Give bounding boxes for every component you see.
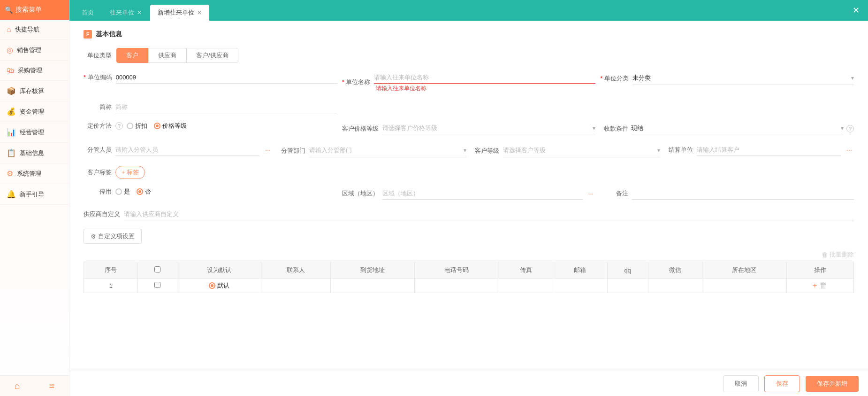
table-col-3: 联系人 — [261, 262, 330, 279]
tag-label: 客户标签 — [84, 168, 112, 177]
custom-setting-btn[interactable]: ⚙ 自定义项设置 — [84, 229, 142, 244]
field-disabled: 停用 是否 — [84, 187, 337, 196]
disabled-radio-1[interactable]: 否 — [137, 187, 151, 196]
settlement-input[interactable] — [697, 144, 841, 156]
pricing-radio-1[interactable]: 价格等级 — [154, 122, 187, 130]
pricing-help-icon[interactable]: ? — [115, 122, 123, 130]
row-checkbox-0[interactable] — [154, 282, 160, 288]
basic-icon: 📋 — [7, 148, 16, 157]
table-col-1 — [138, 262, 177, 279]
unit-category-select[interactable]: 未分类 ▾ — [632, 71, 854, 85]
disabled-radio-circle-1 — [137, 188, 143, 195]
field-settlement: 结算单位 ··· — [665, 144, 854, 156]
sidebar-home-icon[interactable]: ⌂ — [0, 376, 35, 396]
field-remark: 备注 — [600, 187, 854, 200]
payment-label: 收款条件 — [600, 124, 628, 133]
field-pricing: 定价方法 ? 折扣价格等级 — [84, 122, 337, 130]
sidebar-item-system[interactable]: ⚙系统管理 — [0, 163, 69, 184]
unit-name-label: 单位名称 — [342, 78, 371, 86]
manager-label: 分管人员 — [84, 146, 112, 154]
sidebar-search[interactable]: 🔍 搜索菜单 — [0, 0, 69, 20]
pricing-radio-0[interactable]: 折扣 — [127, 122, 147, 130]
row-manager: 分管人员 ··· 分管部门 请输入分管部门 ▾ 客户等级 请选择客户等级 ▾ 结… — [84, 144, 854, 157]
table-col-7: 邮箱 — [553, 262, 607, 279]
disabled-label: 停用 — [84, 187, 112, 196]
table-col-0: 序号 — [84, 262, 138, 279]
remark-input[interactable] — [632, 187, 854, 200]
customer-price-value: 请选择客户价格等级 — [382, 124, 591, 132]
tab-bar-close[interactable]: ✕ — [849, 3, 863, 17]
quick-nav-icon: ⌂ — [7, 25, 11, 34]
sidebar-item-finance[interactable]: 💰资金管理 — [0, 101, 69, 122]
pricing-radio-circle-0 — [127, 123, 133, 129]
add-tag-btn[interactable]: + 标签 — [115, 166, 145, 179]
sidebar-item-guide[interactable]: 🔔新手引导 — [0, 184, 69, 205]
row-tag: 客户标签 + 标签 — [84, 166, 854, 179]
sidebar-item-inventory[interactable]: 📦库存核算 — [0, 81, 69, 101]
payment-help-icon[interactable]: ? — [846, 125, 854, 132]
sidebar-item-operation[interactable]: 📊经营管理 — [0, 122, 69, 143]
disabled-radio-0[interactable]: 是 — [115, 187, 130, 196]
row-add-btn-0[interactable]: + — [811, 281, 818, 289]
department-value: 请输入分管部门 — [309, 146, 462, 155]
field-customer-price: 客户价格等级 请选择客户价格等级 ▾ — [342, 122, 596, 135]
table-col-6: 传真 — [499, 262, 553, 279]
unit-category-arrow: ▾ — [851, 75, 854, 81]
save-new-button[interactable]: 保存并新增 — [806, 376, 859, 392]
payment-select[interactable]: 现结 ▾ — [631, 122, 844, 135]
tab-new-partner[interactable]: 新增往来单位✕ — [150, 5, 209, 21]
supplier-custom-input[interactable] — [124, 208, 854, 220]
customer-level-value: 请选择客户等级 — [503, 146, 655, 155]
pricing-radio-group: 折扣价格等级 — [127, 122, 187, 130]
manager-input[interactable] — [115, 144, 259, 156]
unit-name-error: 请输入往来单位名称 — [376, 85, 595, 93]
manager-more-btn[interactable]: ··· — [263, 146, 273, 154]
field-customer-level: 客户等级 请选择客户等级 ▾ — [471, 144, 660, 157]
customer-level-select[interactable]: 请选择客户等级 ▾ — [503, 144, 660, 157]
field-department: 分管部门 请输入分管部门 ▾ — [277, 144, 466, 157]
sidebar-item-purchase[interactable]: 🛍采购管理 — [0, 61, 69, 81]
unit-type-btn-0[interactable]: 客户 — [116, 48, 148, 63]
table-col-8: qq — [607, 262, 648, 279]
sidebar-item-basic[interactable]: 📋基础信息 — [0, 143, 69, 163]
purchase-icon: 🛍 — [7, 66, 14, 75]
sidebar-item-sales[interactable]: ◎销售管理 — [0, 40, 69, 61]
tab-close-partner[interactable]: ✕ — [137, 9, 142, 16]
row-default-radio-0[interactable]: 默认 — [182, 281, 256, 290]
section-title: 基本信息 — [96, 30, 122, 39]
department-select[interactable]: 请输入分管部门 ▾ — [309, 144, 466, 157]
unit-type-btn-2[interactable]: 客户/供应商 — [186, 48, 238, 63]
field-payment: 收款条件 现结 ▾ ? — [600, 122, 854, 135]
tab-close-new-partner[interactable]: ✕ — [197, 9, 202, 16]
row-del-btn-0[interactable]: 🗑 — [818, 281, 829, 289]
sidebar: 🔍 搜索菜单 ⌂快捷导航◎销售管理🛍采购管理📦库存核算💰资金管理📊经营管理📋基础… — [0, 0, 69, 396]
region-more-btn[interactable]: ··· — [586, 190, 596, 197]
region-label: 区域（地区） — [342, 189, 379, 198]
unit-type-btn-1[interactable]: 供应商 — [148, 48, 186, 63]
inventory-icon: 📦 — [7, 86, 16, 95]
tab-home[interactable]: 首页 — [74, 5, 101, 21]
row-supplier-custom: 供应商自定义 — [84, 208, 854, 220]
field-manager: 分管人员 ··· — [84, 144, 273, 156]
batch-delete-label[interactable]: 批量删除 — [830, 250, 854, 259]
cancel-button[interactable]: 取消 — [723, 375, 759, 392]
settlement-more-btn[interactable]: ··· — [845, 146, 854, 154]
customer-price-select[interactable]: 请选择客户价格等级 ▾ — [382, 122, 596, 135]
tab-partner[interactable]: 往来单位✕ — [102, 5, 149, 21]
unit-category-value: 未分类 — [632, 74, 849, 82]
tab-bar: 首页往来单位✕新增往来单位✕ ✕ — [69, 0, 868, 21]
region-input[interactable] — [382, 187, 583, 200]
table-select-all[interactable] — [154, 266, 160, 272]
table-col-10: 所在地区 — [702, 262, 786, 279]
save-button[interactable]: 保存 — [764, 375, 800, 392]
contact-table: 序号设为默认联系人到货地址电话号码传真邮箱qq微信所在地区操作 1默认+🗑 — [84, 262, 854, 293]
table-col-9: 微信 — [648, 262, 702, 279]
tab-label-new-partner: 新增往来单位 — [158, 8, 194, 17]
unit-name-input[interactable] — [374, 71, 595, 84]
unit-code-input[interactable] — [116, 71, 337, 84]
abbr-input[interactable] — [115, 101, 337, 113]
disabled-radio-circle-0 — [115, 188, 122, 195]
sidebar-menu-icon[interactable]: ≡ — [35, 376, 69, 396]
unit-type-row: 单位类型 客户供应商客户/供应商 — [84, 48, 854, 63]
sidebar-item-quick-nav[interactable]: ⌂快捷导航 — [0, 20, 69, 40]
